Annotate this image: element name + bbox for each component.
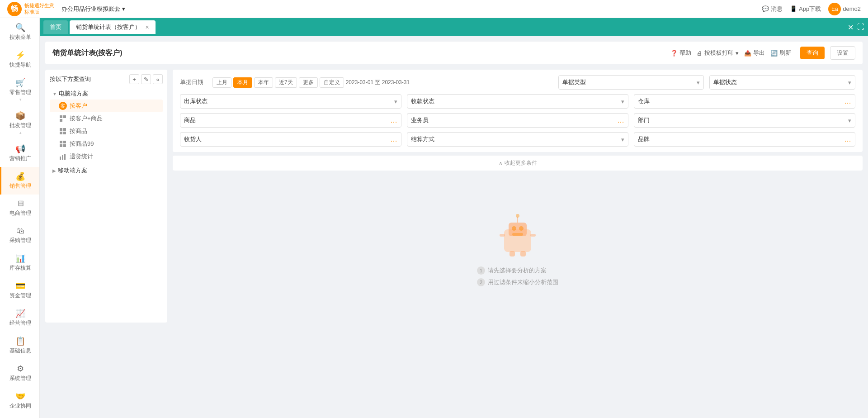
tab-maximize-btn[interactable]: ⛶ xyxy=(857,23,864,32)
tip-text-1: 请先选择要分析的方案 xyxy=(488,266,547,275)
scheme-item-return-stat[interactable]: 退货统计 xyxy=(50,150,163,163)
custom-date-btn[interactable]: 自定义 xyxy=(320,77,344,88)
arrow-icon: ▾ xyxy=(19,97,22,102)
warehouse-dots[interactable]: … xyxy=(844,97,851,105)
goods-field[interactable]: 商品 … xyxy=(180,113,401,128)
message-action[interactable]: 💬 消息 xyxy=(762,5,783,13)
warehouse-field[interactable]: 仓库 … xyxy=(634,94,855,109)
enterprise-icon: 🤝 xyxy=(15,391,25,401)
sidebar-item-label: 经营管理 xyxy=(9,319,31,327)
inventory-icon: 📊 xyxy=(15,253,25,263)
last7-btn[interactable]: 近7天 xyxy=(275,77,297,88)
settings-button[interactable]: 设置 xyxy=(830,46,855,60)
tab-close-btn[interactable]: ✕ xyxy=(848,23,854,32)
scheme-item-by-goods-99[interactable]: 按商品99 xyxy=(50,138,163,150)
marketing-icon: 📢 xyxy=(15,144,25,154)
scheme-item-label: 退货统计 xyxy=(70,152,93,161)
salesperson-field[interactable]: 业务员 … xyxy=(407,113,628,128)
chevron-down-icon: ▾ xyxy=(122,5,125,12)
export-button[interactable]: 📤 导出 xyxy=(744,49,765,57)
sidebar-item-enterprise[interactable]: 🤝 企业协同 xyxy=(0,387,39,414)
settlement-field[interactable]: 结算方式 ▾ xyxy=(407,132,628,147)
last-month-btn[interactable]: 上月 xyxy=(212,77,231,88)
sidebar-item-basic[interactable]: 📋 基础信息 xyxy=(0,332,39,359)
pay-status-arrow-icon: ▾ xyxy=(621,98,624,105)
collapse-bar[interactable]: ∧ 收起更多条件 xyxy=(173,156,863,171)
desktop-group-label: 电脑端方案 xyxy=(59,90,88,98)
edit-scheme-button[interactable]: ✎ xyxy=(141,74,151,84)
tip-text-2: 用过滤条件来缩小分析范围 xyxy=(488,278,558,286)
this-year-btn[interactable]: 本年 xyxy=(254,77,273,88)
sidebar-item-system[interactable]: ⚙ 系统管理 xyxy=(0,359,39,387)
consignee-dots[interactable]: … xyxy=(390,135,397,143)
sidebar-item-label: 系统管理 xyxy=(9,375,31,382)
sidebar-item-label: 资金管理 xyxy=(9,292,31,299)
sidebar-item-newbie[interactable]: 🎯 新手引导 xyxy=(0,414,39,418)
doc-status-arrow-icon: ▾ xyxy=(848,79,851,86)
sidebar-item-marketing[interactable]: 📢 营销推广 xyxy=(0,139,39,167)
scheme-icon-by-customer-goods xyxy=(59,114,67,123)
scheme-item-by-goods[interactable]: 按商品 xyxy=(50,125,163,138)
consignee-field[interactable]: 收货人 … xyxy=(180,132,401,147)
tab-close-icon[interactable]: ✕ xyxy=(145,24,149,30)
sidebar-item-finance[interactable]: 💳 资金管理 xyxy=(0,276,39,304)
basic-icon: 📋 xyxy=(15,336,25,346)
svg-point-17 xyxy=(519,226,524,231)
print-button[interactable]: 🖨 按模板打印 ▾ xyxy=(697,49,739,57)
brand-dots[interactable]: … xyxy=(844,135,851,143)
sidebar-item-search[interactable]: 🔍 搜索菜单 xyxy=(0,18,39,46)
query-button[interactable]: 查询 xyxy=(800,47,825,59)
out-status-field[interactable]: 出库状态 ▾ xyxy=(180,94,401,109)
tab-sales-stat[interactable]: 销货单统计表（按客户） ✕ xyxy=(70,20,156,34)
sidebar-item-inventory[interactable]: 📊 库存核算 xyxy=(0,249,39,276)
svg-rect-6 xyxy=(63,132,66,134)
arrow-icon: ▴ xyxy=(19,130,22,135)
scheme-item-by-customer[interactable]: 客 按客户 xyxy=(50,100,163,112)
sidebar: 🔍 搜索菜单 ⚡ 快捷导航 🛒 零售管理 ▾ 📦 批发管理 ▴ 📢 营销推广 💰… xyxy=(0,18,40,418)
sidebar-item-sales[interactable]: 💰 销售管理 xyxy=(0,167,39,195)
salesperson-dots[interactable]: … xyxy=(617,116,624,124)
help-button[interactable]: ❓ 帮助 xyxy=(670,49,691,57)
desktop-group-header[interactable]: ▼ 电脑端方案 xyxy=(50,88,163,100)
date-filter: 上月 本月 本年 近7天 更多 自定义 2023-03-01 至 2023-03… xyxy=(212,77,410,88)
goods-dots[interactable]: … xyxy=(390,116,397,124)
pay-status-field[interactable]: 收款状态 ▾ xyxy=(407,94,628,109)
scheme-item-by-customer-goods[interactable]: 按客户+商品 xyxy=(50,112,163,125)
right-content: 单据日期 上月 本月 本年 近7天 更多 自定义 2023-03-01 至 20… xyxy=(173,70,863,323)
pay-status-label: 收款状态 xyxy=(411,97,618,105)
sidebar-item-label: 快捷导航 xyxy=(9,61,31,69)
sidebar-item-label: 批发管理 xyxy=(9,122,31,129)
sidebar-item-shortcuts[interactable]: ⚡ 快捷导航 xyxy=(0,46,39,73)
collapse-panel-button[interactable]: « xyxy=(153,74,163,84)
sidebar-item-retail[interactable]: 🛒 零售管理 ▾ xyxy=(0,73,39,106)
empty-tips: 1 请先选择要分析的方案 2 用过滤条件来缩小分析范围 xyxy=(477,266,558,286)
add-scheme-button[interactable]: + xyxy=(129,74,139,84)
logo-icon: 畅 xyxy=(7,2,22,16)
tab-home[interactable]: 首页 xyxy=(43,20,68,34)
doc-status-field[interactable]: 单据状态 ▾ xyxy=(709,75,855,90)
svg-point-24 xyxy=(516,214,519,218)
this-month-btn[interactable]: 本月 xyxy=(233,77,252,88)
doc-type-field[interactable]: 单据类型 ▾ xyxy=(558,75,704,90)
left-panel: 按以下方案查询 + ✎ « ▼ 电脑端方案 xyxy=(45,70,167,323)
sidebar-item-ecommerce[interactable]: 🖥 电商管理 xyxy=(0,195,39,222)
sidebar-item-purchase[interactable]: 🛍 采购管理 xyxy=(0,222,39,249)
page-header: 销货单统计表(按客户) ❓ 帮助 🖨 按模板打印 ▾ 📤 导出 xyxy=(45,42,863,64)
tab-bar-actions: ✕ ⛶ xyxy=(848,23,864,32)
sidebar-item-wholesale[interactable]: 📦 批发管理 ▴ xyxy=(0,106,39,139)
svg-rect-3 xyxy=(60,128,62,131)
dept-field[interactable]: 部门 ▾ xyxy=(634,113,855,128)
more-date-btn[interactable]: 更多 xyxy=(299,77,318,88)
sidebar-item-operations[interactable]: 📈 经营管理 xyxy=(0,304,39,332)
refresh-button[interactable]: 🔄 刷新 xyxy=(770,49,791,57)
app-selector[interactable]: 办公用品行业模拟账套 ▾ xyxy=(58,3,129,15)
user-action[interactable]: Ea demo2 xyxy=(828,3,861,15)
scheme-icon-by-customer: 客 xyxy=(59,102,67,110)
svg-rect-7 xyxy=(60,141,62,143)
help-icon: ❓ xyxy=(670,50,678,57)
brand-field[interactable]: 品牌 … xyxy=(634,132,855,147)
mobile-group-header[interactable]: ▶ 移动端方案 xyxy=(50,165,163,176)
sidebar-item-label: 电商管理 xyxy=(9,209,31,217)
download-action[interactable]: 📱 App下载 xyxy=(790,5,821,13)
doc-status-label: 单据状态 xyxy=(713,78,845,86)
